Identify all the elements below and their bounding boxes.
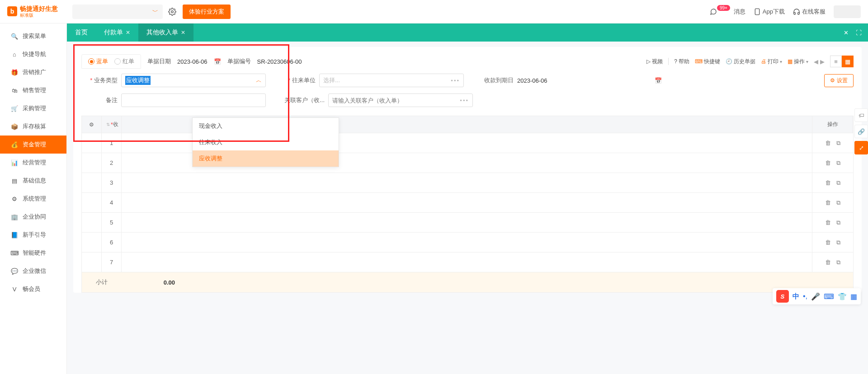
radio-blue-order[interactable]: 蓝单 bbox=[88, 57, 108, 65]
gear-icon[interactable] bbox=[168, 8, 176, 16]
copy-icon[interactable]: ⧉ bbox=[836, 199, 840, 206]
ime-lang[interactable]: 中 bbox=[793, 292, 799, 301]
table-row[interactable]: 6🗑⧉ bbox=[82, 233, 853, 252]
ime-keyboard-icon[interactable]: ⌨ bbox=[824, 292, 834, 301]
shortcut-link[interactable]: ⌨快捷键 bbox=[695, 58, 720, 65]
delete-icon[interactable]: 🗑 bbox=[825, 199, 831, 206]
doc-date-value[interactable]: 2023-06-06 bbox=[177, 58, 208, 65]
delete-icon[interactable]: 🗑 bbox=[825, 259, 831, 266]
online-service-link[interactable]: 在线客服 bbox=[793, 8, 826, 16]
radio-label: 红单 bbox=[123, 57, 134, 65]
delete-icon[interactable]: 🗑 bbox=[825, 239, 831, 246]
sidebar-item-quick-nav[interactable]: ⌂快捷导航 bbox=[0, 45, 66, 63]
sidebar-item-funds[interactable]: 💰资金管理 bbox=[0, 136, 66, 154]
row-main-cell[interactable] bbox=[122, 193, 812, 212]
biz-type-label: * 业务类型 bbox=[81, 76, 118, 84]
copy-icon[interactable]: ⧉ bbox=[836, 239, 840, 246]
trial-plan-button[interactable]: 体验行业方案 bbox=[183, 5, 231, 19]
sidebar-item-hardware[interactable]: ⌨智能硬件 bbox=[0, 244, 66, 262]
calendar-icon[interactable]: 📅 bbox=[655, 77, 662, 84]
print-link[interactable]: 🖨打印▾ bbox=[761, 58, 782, 65]
copy-icon[interactable]: ⧉ bbox=[836, 140, 840, 147]
calendar-icon[interactable]: 📅 bbox=[214, 58, 221, 65]
sidebar-item-guide[interactable]: 📘新手引导 bbox=[0, 226, 66, 244]
table-col-sort[interactable]: ⇅*收 bbox=[102, 116, 122, 133]
sidebar-item-wechat[interactable]: 💬企业微信 bbox=[0, 262, 66, 280]
table-row[interactable]: 7🗑⧉ bbox=[82, 252, 853, 272]
related-customer-input[interactable]: ••• bbox=[328, 94, 473, 107]
ime-punct-icon[interactable]: •, bbox=[803, 292, 807, 300]
row-index: 1 bbox=[102, 133, 122, 153]
copy-icon[interactable]: ⧉ bbox=[836, 179, 840, 187]
delete-icon[interactable]: 🗑 bbox=[825, 219, 831, 226]
tab-close-all-icon[interactable]: ✕ bbox=[842, 28, 850, 38]
close-icon[interactable]: ✕ bbox=[181, 29, 185, 36]
sidebar-item-search-menu[interactable]: 🔍搜索菜单 bbox=[0, 27, 66, 45]
row-main-cell[interactable] bbox=[122, 213, 812, 232]
tab-payment[interactable]: 付款单✕ bbox=[96, 23, 138, 42]
ime-bar: S 中 •, 🎤 ⌨ 👕 ▦ bbox=[773, 288, 861, 304]
rail-expand-icon[interactable]: ⤢ bbox=[854, 141, 868, 154]
delete-icon[interactable]: 🗑 bbox=[825, 140, 831, 146]
sidebar-item-marketing[interactable]: 🎁营销推广 bbox=[0, 63, 66, 81]
settings-button[interactable]: ⚙设置 bbox=[824, 74, 854, 87]
row-main-cell[interactable] bbox=[122, 252, 812, 272]
sidebar-item-basic-info[interactable]: ▤基础信息 bbox=[0, 172, 66, 190]
org-selector[interactable]: ﹀ bbox=[72, 5, 163, 19]
biz-type-select[interactable]: 应收调整 ︿ bbox=[121, 74, 266, 87]
delete-icon[interactable]: 🗑 bbox=[825, 179, 831, 186]
app-download-link[interactable]: App下载 bbox=[754, 8, 785, 16]
dropdown-item[interactable]: 现金收入 bbox=[193, 118, 339, 134]
remark-input[interactable] bbox=[121, 94, 266, 107]
close-icon[interactable]: ✕ bbox=[126, 29, 130, 36]
copy-icon[interactable]: ⧉ bbox=[836, 159, 840, 167]
sidebar-item-member[interactable]: V畅会员 bbox=[0, 280, 66, 298]
table-row[interactable]: 4🗑⧉ bbox=[82, 193, 853, 213]
history-link[interactable]: 🕘历史单据 bbox=[726, 58, 755, 65]
messages-link[interactable]: 99+ 消息 bbox=[710, 8, 745, 16]
sidebar-item-purchase[interactable]: 🛒采购管理 bbox=[0, 99, 66, 117]
copy-icon[interactable]: ⧉ bbox=[836, 219, 840, 226]
rail-tag-icon[interactable]: 🏷 bbox=[854, 108, 868, 122]
video-link[interactable]: ▷视频 bbox=[646, 58, 663, 65]
rail-link-icon[interactable]: 🔗 bbox=[854, 125, 868, 138]
radio-icon bbox=[88, 58, 94, 65]
table-settings-icon[interactable]: ⚙ bbox=[82, 116, 102, 133]
row-main-cell[interactable] bbox=[122, 233, 812, 252]
row-main-cell[interactable] bbox=[122, 173, 812, 192]
ime-grid-icon[interactable]: ▦ bbox=[850, 292, 857, 301]
related-customer-text[interactable] bbox=[332, 97, 460, 104]
more-icon[interactable]: ••• bbox=[451, 77, 460, 84]
avatar[interactable] bbox=[834, 5, 861, 18]
radio-red-order[interactable]: 红单 bbox=[114, 57, 134, 65]
view-list-button[interactable]: ≡ bbox=[830, 56, 842, 67]
more-icon[interactable]: ••• bbox=[460, 97, 469, 104]
sidebar-item-inventory[interactable]: 📦库存核算 bbox=[0, 117, 66, 136]
sidebar-item-sales[interactable]: 🛍销售管理 bbox=[0, 81, 66, 99]
party-select[interactable]: 选择... ••• bbox=[319, 74, 464, 87]
table-row[interactable]: 3🗑⧉ bbox=[82, 173, 853, 193]
sort-icon: ⇅ bbox=[106, 122, 110, 127]
sidebar-item-system[interactable]: ⚙系统管理 bbox=[0, 190, 66, 208]
copy-icon[interactable]: ⧉ bbox=[836, 259, 840, 266]
table-row[interactable]: 5🗑⧉ bbox=[82, 213, 853, 233]
operate-link[interactable]: ▦操作▾ bbox=[788, 58, 808, 65]
due-date-value[interactable]: 2023-06-06 bbox=[517, 77, 547, 84]
print-icon: 🖨 bbox=[761, 58, 766, 65]
help-link[interactable]: ?帮助 bbox=[674, 58, 689, 65]
dropdown-item[interactable]: 应收调整 bbox=[193, 150, 339, 167]
row-gear-cell bbox=[82, 173, 102, 192]
prev-icon[interactable]: ◀ bbox=[814, 58, 818, 65]
tab-home[interactable]: 首页 bbox=[67, 23, 96, 42]
sidebar-item-operation[interactable]: 📊经营管理 bbox=[0, 154, 66, 172]
fullscreen-icon[interactable]: ⛶ bbox=[854, 28, 863, 38]
tab-other-income[interactable]: 其他收入单✕ bbox=[138, 23, 193, 42]
next-icon[interactable]: ▶ bbox=[820, 58, 825, 65]
sidebar-item-collab[interactable]: 🏢企业协同 bbox=[0, 208, 66, 226]
delete-icon[interactable]: 🗑 bbox=[825, 159, 831, 166]
remark-text[interactable] bbox=[125, 97, 262, 104]
ime-skin-icon[interactable]: 👕 bbox=[838, 292, 847, 301]
dropdown-item[interactable]: 往来收入 bbox=[193, 134, 339, 150]
ime-mic-icon[interactable]: 🎤 bbox=[811, 292, 820, 301]
view-card-button[interactable]: ▦ bbox=[842, 56, 854, 67]
